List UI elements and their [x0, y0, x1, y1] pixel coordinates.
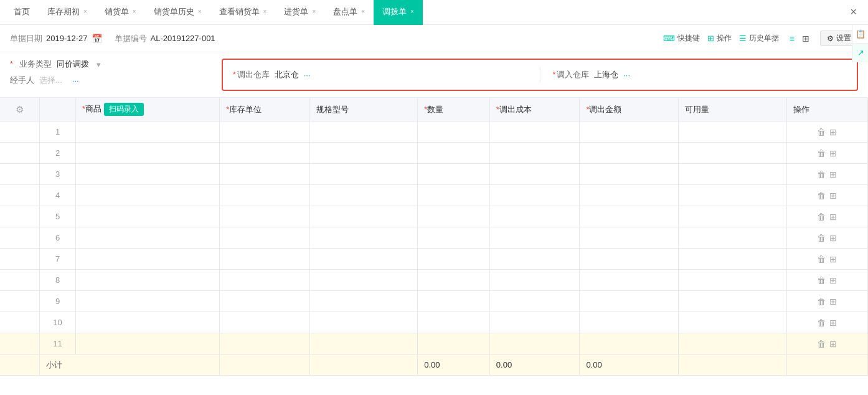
shortcuts-button[interactable]: ⌨ 快捷键: [663, 33, 700, 44]
delete-row-icon[interactable]: 🗑: [817, 127, 826, 137]
table-row-amount[interactable]: [580, 164, 679, 185]
delete-row-icon[interactable]: 🗑: [817, 212, 826, 222]
table-row-unit[interactable]: [220, 249, 310, 270]
table-row-spec[interactable]: [309, 249, 417, 270]
table-row-amount[interactable]: [580, 227, 679, 249]
table-row-unit[interactable]: [220, 143, 310, 164]
table-row-cost[interactable]: [489, 291, 580, 312]
table-row-qty[interactable]: [418, 249, 490, 270]
history-button[interactable]: ☰ 历史单据: [739, 33, 779, 44]
operations-button[interactable]: ⊞ 操作: [707, 33, 732, 44]
table-row-cost[interactable]: [489, 164, 580, 185]
tab-inventory-init[interactable]: 库存期初 ×: [39, 0, 96, 25]
side-panel-export-icon[interactable]: ↗: [852, 44, 868, 62]
table-row-qty[interactable]: [418, 206, 490, 227]
tab-sales-history[interactable]: 销货单历史 ×: [145, 0, 210, 25]
table-row-qty[interactable]: [418, 185, 490, 206]
close-icon[interactable]: ×: [83, 8, 87, 15]
more-icon[interactable]: ···: [304, 70, 311, 80]
copy-row-icon[interactable]: ⊞: [829, 339, 837, 349]
table-row-spec[interactable]: [309, 312, 417, 333]
table-row-product[interactable]: [75, 312, 219, 333]
close-icon[interactable]: ×: [198, 8, 202, 15]
table-row-amount[interactable]: [580, 312, 679, 333]
copy-row-icon[interactable]: ⊞: [829, 148, 837, 158]
delete-row-icon[interactable]: 🗑: [817, 254, 826, 264]
table-row-product[interactable]: [75, 185, 219, 206]
tab-home[interactable]: 首页: [5, 0, 39, 25]
table-row-amount[interactable]: [580, 185, 679, 206]
tab-sales-order[interactable]: 销货单 ×: [96, 0, 145, 25]
copy-row-icon[interactable]: ⊞: [829, 254, 837, 264]
delete-row-icon[interactable]: 🗑: [817, 233, 826, 243]
table-row-qty[interactable]: [418, 270, 490, 291]
copy-row-icon[interactable]: ⊞: [829, 127, 837, 137]
delete-row-icon[interactable]: 🗑: [817, 318, 826, 328]
table-row-product[interactable]: [75, 206, 219, 227]
table-row-cost[interactable]: [489, 206, 580, 227]
delete-row-icon[interactable]: 🗑: [817, 191, 826, 201]
delete-row-icon[interactable]: 🗑: [817, 275, 826, 285]
table-row-cost[interactable]: [489, 312, 580, 333]
table-row-cost[interactable]: [489, 249, 580, 270]
table-row-cost[interactable]: [489, 270, 580, 291]
table-row-cost[interactable]: [489, 227, 580, 249]
table-row-spec[interactable]: [309, 291, 417, 312]
close-icon[interactable]: ×: [410, 8, 414, 15]
copy-row-icon[interactable]: ⊞: [829, 169, 837, 179]
calendar-icon[interactable]: 📅: [92, 34, 102, 44]
table-row-amount[interactable]: [580, 270, 679, 291]
column-settings-icon[interactable]: ⚙: [16, 104, 24, 115]
table-row-cost[interactable]: [489, 121, 580, 143]
dropdown-icon[interactable]: ▾: [97, 60, 101, 69]
copy-row-icon[interactable]: ⊞: [829, 318, 837, 328]
table-row-qty[interactable]: [418, 143, 490, 164]
more-icon[interactable]: ···: [72, 76, 79, 85]
table-row-spec[interactable]: [309, 270, 417, 291]
table-row-unit[interactable]: [220, 206, 310, 227]
table-row-spec[interactable]: [309, 143, 417, 164]
delete-row-icon[interactable]: 🗑: [817, 148, 826, 158]
table-row-amount[interactable]: [580, 121, 679, 143]
table-row-cost[interactable]: [489, 143, 580, 164]
tab-purchase-order[interactable]: 进货单 ×: [275, 0, 324, 25]
table-row-unit[interactable]: [220, 227, 310, 249]
table-row-amount[interactable]: [580, 206, 679, 227]
grid-view-button[interactable]: ⊞: [799, 32, 813, 45]
table-row-cost[interactable]: [489, 185, 580, 206]
table-row-product[interactable]: [75, 164, 219, 185]
table-row-amount[interactable]: [580, 291, 679, 312]
delete-row-icon[interactable]: 🗑: [817, 297, 826, 307]
table-row-spec[interactable]: [309, 206, 417, 227]
table-row-product[interactable]: [75, 121, 219, 143]
copy-row-icon[interactable]: ⊞: [829, 297, 837, 307]
close-icon[interactable]: ×: [263, 8, 267, 15]
table-row-qty[interactable]: [418, 164, 490, 185]
table-row-spec[interactable]: [309, 227, 417, 249]
table-row-product[interactable]: [75, 249, 219, 270]
table-row-unit[interactable]: [220, 185, 310, 206]
table-row-spec[interactable]: [309, 121, 417, 143]
close-icon[interactable]: ×: [361, 8, 365, 15]
tab-view-sales[interactable]: 查看销货单 ×: [210, 0, 276, 25]
copy-row-icon[interactable]: ⊞: [829, 275, 837, 285]
table-row-qty[interactable]: [418, 121, 490, 143]
copy-row-icon[interactable]: ⊞: [829, 212, 837, 222]
window-close-button[interactable]: ×: [844, 6, 863, 19]
table-row-product[interactable]: [75, 227, 219, 249]
close-icon[interactable]: ×: [312, 8, 316, 15]
tab-transfer-order[interactable]: 调拨单 ×: [374, 0, 423, 25]
table-row-qty[interactable]: [418, 291, 490, 312]
table-row-unit[interactable]: [220, 270, 310, 291]
scan-entry-button[interactable]: 扫码录入: [104, 103, 144, 116]
side-panel-doc-icon[interactable]: 📋: [852, 25, 868, 44]
list-view-button[interactable]: ≡: [786, 32, 798, 45]
table-row-amount[interactable]: [580, 143, 679, 164]
table-row-unit[interactable]: [220, 291, 310, 312]
table-row-amount[interactable]: [580, 249, 679, 270]
tab-inventory-check[interactable]: 盘点单 ×: [324, 0, 374, 25]
close-icon[interactable]: ×: [133, 8, 136, 15]
table-row-spec[interactable]: [309, 185, 417, 206]
copy-row-icon[interactable]: ⊞: [829, 191, 837, 201]
delete-row-icon[interactable]: 🗑: [817, 169, 826, 179]
